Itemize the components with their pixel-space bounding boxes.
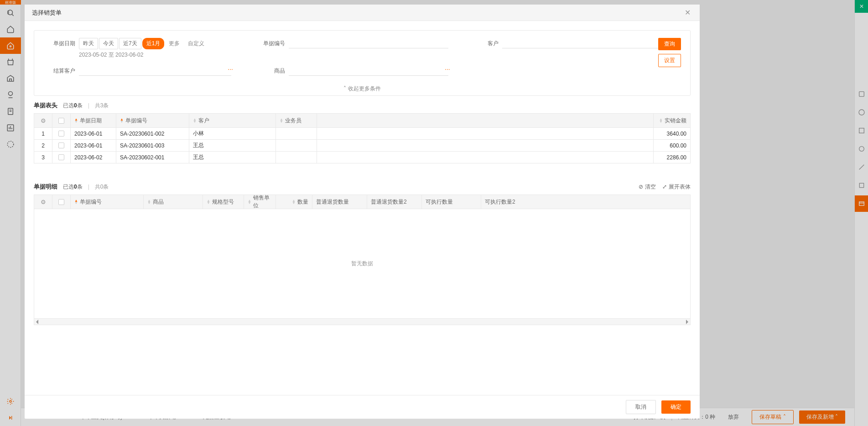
- detail-table-header: ▲▼单据编号 ▲▼商品 ▲▼规格型号 ▲▼销售单位 ▲▼数量 普通退货数量 普通…: [34, 195, 690, 209]
- header-section-title: 单据表头: [34, 101, 57, 110]
- close-icon[interactable]: ✕: [683, 8, 692, 17]
- filter-customer-label: 客户: [467, 38, 499, 47]
- header-col-salesperson[interactable]: ▲▼业务员: [276, 114, 317, 127]
- expand-action[interactable]: ⤢ 展开表体: [662, 183, 691, 191]
- row-date: 2023-06-01: [71, 128, 116, 139]
- table-row[interactable]: 2 2023-06-01 SA-20230601-003 王总 600.00: [34, 139, 690, 151]
- row-checkbox[interactable]: [52, 128, 71, 139]
- date-chip-yesterday[interactable]: 昨天: [79, 38, 98, 49]
- header-table: ▲▼单据日期 ▲▼单据编号 ▲▼客户 ▲▼业务员 ▲▼实销金额 1 2023-0…: [34, 113, 691, 163]
- modal-title: 选择销货单: [32, 9, 62, 17]
- row-salesperson: [276, 152, 317, 163]
- header-table-header: ▲▼单据日期 ▲▼单据编号 ▲▼客户 ▲▼业务员 ▲▼实销金额: [34, 114, 690, 127]
- row-amount: 2286.00: [654, 152, 690, 163]
- row-date: 2023-06-02: [71, 152, 116, 163]
- header-col-amount[interactable]: ▲▼实销金额: [654, 114, 690, 127]
- detail-section-title: 单据明细: [34, 183, 57, 191]
- header-section-title-row: 单据表头 已选0条 | 共3条: [25, 96, 700, 113]
- filter-product-label: 商品: [253, 65, 285, 75]
- customer-input[interactable]: [502, 38, 662, 48]
- detail-col-retqty2[interactable]: 普通退货数量2: [367, 195, 422, 209]
- detail-col-qty[interactable]: ▲▼数量: [276, 195, 312, 209]
- detail-checkall[interactable]: [52, 195, 71, 209]
- header-total-count: 共3条: [95, 102, 109, 110]
- detail-col-retqty[interactable]: 普通退货数量: [312, 195, 367, 209]
- date-chip-custom[interactable]: 自定义: [184, 38, 208, 49]
- ok-button[interactable]: 确定: [661, 400, 691, 414]
- gear-icon: [41, 199, 46, 205]
- detail-col-execqty2[interactable]: 可执行数量2: [481, 195, 690, 209]
- row-checkbox[interactable]: [52, 152, 71, 163]
- row-customer: 王总: [189, 152, 276, 163]
- config-button[interactable]: 设置: [658, 54, 681, 67]
- header-gear-col[interactable]: [34, 114, 52, 127]
- detail-col-execqty[interactable]: 可执行数量: [422, 195, 481, 209]
- detail-total-count: 共0条: [95, 183, 109, 191]
- filter-docno-label: 单据编号: [253, 38, 285, 47]
- settle-customer-picker-icon[interactable]: ···: [226, 65, 235, 73]
- collapse-filters[interactable]: ˄ 收起更多条件: [43, 82, 681, 95]
- detail-col-product[interactable]: ▲▼商品: [144, 195, 203, 209]
- date-chip-last7[interactable]: 近7天: [119, 38, 141, 49]
- row-amount: 600.00: [654, 140, 690, 151]
- header-col-customer[interactable]: ▲▼客户: [189, 114, 276, 127]
- row-customer: 小林: [189, 128, 276, 139]
- settle-customer-input[interactable]: [79, 65, 231, 76]
- row-num: 1: [34, 128, 52, 139]
- cancel-button[interactable]: 取消: [626, 400, 656, 414]
- date-range-text: 2023-05-02 至 2023-06-02: [79, 51, 208, 59]
- header-col-date[interactable]: ▲▼单据日期: [71, 114, 116, 127]
- clear-action[interactable]: ⊘ 清空: [639, 183, 656, 191]
- header-selected-count: 已选0条: [63, 102, 83, 110]
- detail-selected-count: 已选0条: [63, 183, 83, 191]
- row-checkbox[interactable]: [52, 140, 71, 151]
- row-num: 3: [34, 152, 52, 163]
- date-chip-last1m[interactable]: 近1月: [142, 38, 165, 49]
- detail-col-docno[interactable]: ▲▼单据编号: [71, 195, 144, 209]
- row-salesperson: [276, 140, 317, 151]
- modal-footer: 取消 确定: [25, 395, 700, 419]
- product-picker-icon[interactable]: ···: [443, 65, 452, 73]
- date-chip-more[interactable]: 更多: [165, 38, 183, 49]
- detail-empty-state: 暂无数据: [34, 209, 691, 319]
- modal: 选择销货单 ✕ 单据日期 昨天 今天 近7天 近1月 更多: [25, 5, 700, 419]
- modal-header: 选择销货单 ✕: [25, 5, 700, 21]
- date-chip-today[interactable]: 今天: [99, 38, 118, 49]
- detail-table: ▲▼单据编号 ▲▼商品 ▲▼规格型号 ▲▼销售单位 ▲▼数量 普通退货数量 普通…: [34, 195, 691, 209]
- detail-col-spec[interactable]: ▲▼规格型号: [203, 195, 244, 209]
- query-button[interactable]: 查询: [658, 38, 681, 50]
- header-col-docno[interactable]: ▲▼单据编号: [116, 114, 189, 127]
- gear-icon: [41, 117, 46, 124]
- row-date: 2023-06-01: [71, 140, 116, 151]
- table-row[interactable]: 1 2023-06-01 SA-20230601-002 小林 3640.00: [34, 127, 690, 139]
- filter-panel: 单据日期 昨天 今天 近7天 近1月 更多 自定义 2023-05-02 至 2…: [34, 30, 691, 96]
- detail-col-unit[interactable]: ▲▼销售单位: [244, 195, 276, 209]
- detail-scrollbar[interactable]: [34, 319, 691, 325]
- detail-gear-col[interactable]: [34, 195, 52, 209]
- header-checkall[interactable]: [52, 114, 71, 127]
- table-row[interactable]: 3 2023-06-02 SA-20230602-001 王总 2286.00: [34, 151, 690, 163]
- detail-section-title-row: 单据明细 已选0条 | 共0条 ⊘ 清空 ⤢ 展开表体: [25, 177, 700, 195]
- row-amount: 3640.00: [654, 128, 690, 139]
- row-docno: SA-20230601-003: [116, 140, 189, 151]
- row-docno: SA-20230601-002: [116, 128, 189, 139]
- row-num: 2: [34, 140, 52, 151]
- filter-settle-customer-label: 结算客户: [43, 65, 75, 75]
- row-docno: SA-20230602-001: [116, 152, 189, 163]
- row-customer: 王总: [189, 140, 276, 151]
- docno-input[interactable]: [289, 38, 448, 48]
- filter-date-label: 单据日期: [43, 38, 75, 47]
- row-salesperson: [276, 128, 317, 139]
- empty-text: 暂无数据: [351, 260, 373, 268]
- modal-overlay: 选择销货单 ✕ 单据日期 昨天 今天 近7天 近1月 更多: [0, 0, 868, 426]
- product-input[interactable]: [289, 65, 448, 76]
